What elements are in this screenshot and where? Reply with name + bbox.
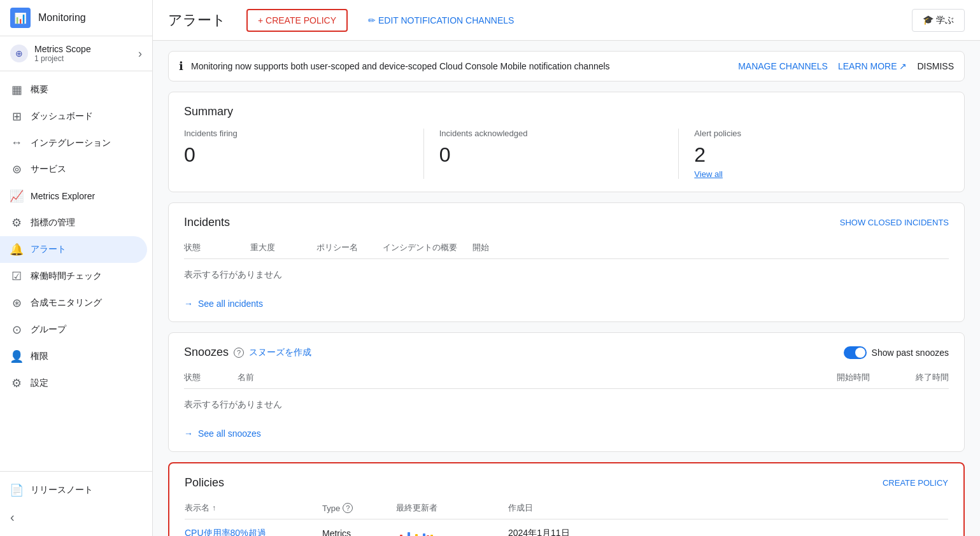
edit-channels-label: ✏ EDIT NOTIFICATION CHANNELS (368, 15, 514, 25)
bar-chart-icon: ▦ (10, 83, 23, 97)
learn-more-link[interactable]: LEARN MORE ↗ (838, 61, 907, 71)
show-past-snoozes-toggle[interactable] (844, 346, 867, 359)
manage-channels-link[interactable]: MANAGE CHANNELS (738, 61, 828, 71)
metrics-scope-name: Metrics Scope (34, 44, 91, 54)
sidebar-item-uptime[interactable]: ☑ 稼働時間チェック (0, 263, 147, 290)
chevron-right-icon[interactable]: › (138, 47, 142, 60)
page-title: アラート (168, 11, 226, 30)
arrow-right-icon: → (184, 299, 193, 309)
view-all-link[interactable]: View all (694, 169, 918, 179)
policy-updater-chart (396, 527, 498, 536)
policies-title: Policies (185, 476, 224, 490)
sidebar-item-service[interactable]: ⊚ サービス (0, 156, 147, 183)
manage-icon: ⚙ (10, 216, 23, 230)
incidents-empty-message: 表示する行がありません (184, 259, 949, 291)
sidebar-item-release-notes[interactable]: 📄 リリースノート (0, 477, 152, 504)
app-name: Monitoring (38, 12, 86, 24)
help-icon[interactable]: ? (234, 348, 244, 358)
app-header: 📊 Monitoring (0, 0, 152, 36)
stat-alert-policies: Alert policies 2 View all (694, 129, 934, 179)
sidebar-item-label: ダッシュボード (31, 111, 93, 122)
sidebar-item-label: リリースノート (31, 484, 93, 496)
col-end: 終了時間 (885, 372, 949, 383)
col-policy-name: ポリシー名 (316, 242, 367, 253)
integration-icon: ↔ (10, 136, 23, 150)
create-policy-button[interactable]: + CREATE POLICY (246, 9, 348, 32)
stat-value: 0 (184, 143, 408, 167)
sidebar-item-alerts[interactable]: 🔔 アラート (0, 236, 147, 263)
metrics-scope-text: Metrics Scope 1 project (34, 44, 91, 63)
metrics-scope-sub: 1 project (34, 54, 91, 63)
sidebar-item-label: 権限 (31, 351, 48, 362)
see-all-snoozes-link[interactable]: → See all snoozes (184, 421, 949, 439)
sidebar-item-settings[interactable]: ⚙ 設定 (0, 370, 147, 397)
sidebar-collapse-button[interactable]: ‹ (0, 504, 152, 531)
sidebar-item-label: Metrics Explorer (31, 191, 95, 201)
stat-incidents-acknowledged: Incidents acknowledged 0 (439, 129, 679, 179)
col-name: 名前 (238, 372, 791, 383)
info-message: Monitoring now supports both user-scoped… (191, 61, 730, 71)
info-icon: ℹ (179, 59, 183, 73)
sidebar-item-integration[interactable]: ↔ インテグレーション (0, 130, 147, 156)
type-help-icon[interactable]: ? (343, 503, 353, 513)
sidebar-item-groups[interactable]: ⊙ グループ (0, 316, 147, 343)
see-all-snoozes-label: See all snoozes (198, 428, 261, 439)
learn-button[interactable]: 🎓 学ぶ (912, 9, 965, 32)
edit-notification-channels-button[interactable]: ✏ EDIT NOTIFICATION CHANNELS (358, 10, 524, 31)
col-start: 開始 (472, 242, 523, 253)
dismiss-button[interactable]: DISMISS (917, 61, 954, 71)
content-area: ℹ Monitoring now supports both user-scop… (153, 41, 980, 536)
sidebar-bottom: 📄 リリースノート ‹ (0, 471, 152, 536)
info-banner: ℹ Monitoring now supports both user-scop… (168, 51, 965, 81)
show-past-snoozes-label: Show past snoozes (872, 348, 949, 358)
create-snooze-link[interactable]: スヌーズを作成 (249, 347, 311, 358)
sidebar-item-label: アラート (31, 244, 66, 255)
main-content: アラート + CREATE POLICY ✏ EDIT NOTIFICATION… (153, 0, 980, 536)
see-all-incidents-label: See all incidents (198, 299, 263, 309)
metrics-scope-item[interactable]: ⊕ Metrics Scope 1 project › (0, 36, 152, 71)
policy-name-cell: CPU使用率80%超過 (185, 528, 312, 536)
topbar: アラート + CREATE POLICY ✏ EDIT NOTIFICATION… (153, 0, 980, 41)
sidebar-item-label: 合成モニタリング (31, 297, 102, 309)
snoozes-title: Snoozes (184, 346, 229, 359)
sidebar-item-metrics-explorer[interactable]: 📈 Metrics Explorer (0, 183, 147, 209)
col-display-name: 表示名 ↑ (185, 502, 312, 514)
sort-asc-icon[interactable]: ↑ (212, 504, 216, 512)
col-created-date: 作成日 (508, 502, 585, 514)
snooze-toggle-area: Show past snoozes (844, 346, 949, 359)
policy-date-value: 2024年1月11日 (508, 528, 570, 536)
incidents-card: Incidents SHOW CLOSED INCIDENTS 状態 重大度 ポ… (168, 202, 965, 322)
summary-card: Summary Incidents firing 0 Incidents ack… (168, 92, 965, 192)
sidebar-item-synthetic[interactable]: ⊛ 合成モニタリング (0, 290, 147, 316)
create-policy-label: + CREATE POLICY (258, 15, 336, 25)
sidebar-item-label: 設定 (31, 377, 48, 389)
arrow-right-icon: → (184, 428, 193, 439)
stat-value: 0 (439, 143, 664, 167)
incidents-title: Incidents (184, 216, 230, 229)
sidebar-item-dashboard[interactable]: ⊞ ダッシュボード (0, 103, 147, 130)
person-icon: 👤 (10, 349, 23, 363)
summary-stats: Incidents firing 0 Incidents acknowledge… (184, 129, 949, 179)
see-all-incidents-link[interactable]: → See all incidents (184, 291, 949, 309)
uptime-icon: ☑ (10, 269, 23, 283)
dashboard-icon: ⊞ (10, 109, 23, 123)
col-start: 開始時間 (806, 372, 870, 383)
learn-label: 🎓 学ぶ (923, 15, 954, 26)
incidents-header: Incidents SHOW CLOSED INCIDENTS (184, 216, 949, 229)
sidebar-item-metrics-mgmt[interactable]: ⚙ 指標の管理 (0, 209, 147, 236)
summary-title: Summary (184, 105, 949, 118)
show-closed-incidents-link[interactable]: SHOW CLOSED INCIDENTS (840, 218, 949, 227)
snoozes-table-header: 状態 名前 開始時間 終了時間 (184, 367, 949, 389)
metrics-icon: 📈 (10, 189, 23, 203)
sidebar-item-overview[interactable]: ▦ 概要 (0, 76, 147, 103)
notes-icon: 📄 (10, 483, 23, 497)
col-severity: 重大度 (250, 242, 301, 253)
policy-name-link[interactable]: CPU使用率80%超過 (185, 528, 266, 536)
settings-icon: ⚙ (10, 376, 23, 390)
metrics-scope-icon: ⊕ (10, 45, 28, 62)
policy-type-cell: Metrics (322, 528, 386, 536)
create-policy-inline-button[interactable]: CREATE POLICY (883, 478, 948, 488)
updater-mini-chart (396, 527, 441, 536)
sidebar-item-permissions[interactable]: 👤 権限 (0, 343, 147, 370)
policies-table-header: 表示名 ↑ Type ? 最終更新者 作成日 (185, 497, 948, 519)
